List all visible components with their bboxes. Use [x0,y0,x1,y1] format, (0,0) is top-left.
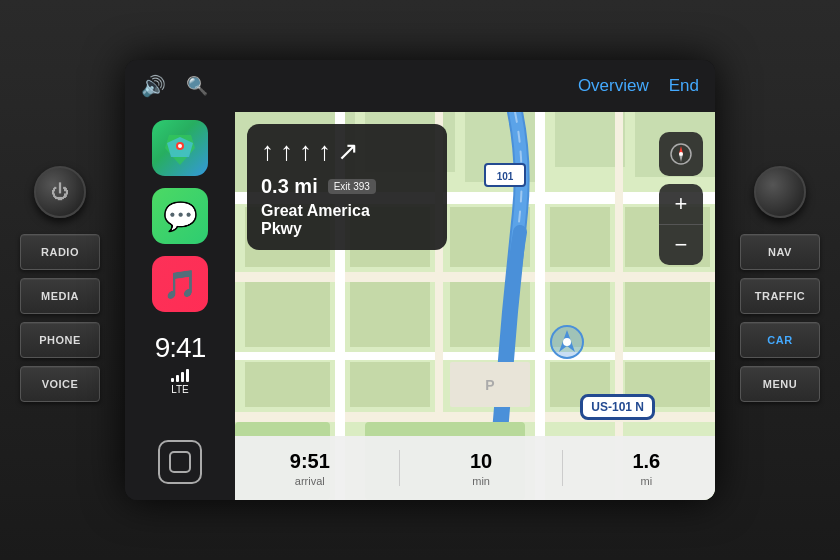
exit-badge: Exit 393 [328,179,376,194]
nav-card: ↑ ↑ ↑ ↑ ↗ 0.3 mi Exit 393 Great America … [247,124,447,250]
svg-rect-23 [350,282,430,347]
svg-rect-20 [245,282,330,347]
signal-bars [171,368,189,382]
time-display: 9:41 [155,332,206,364]
bar2 [176,375,179,382]
signal-indicator: LTE [171,368,189,395]
svg-point-40 [679,152,683,156]
maps-app-icon[interactable] [152,120,208,176]
minutes-value: 10 [470,450,492,473]
audio-icon[interactable]: 🔊 [141,74,166,98]
svg-rect-21 [245,362,330,407]
left-knob[interactable]: ⏻ [34,166,86,218]
traffic-button[interactable]: TRAFFIC [740,278,820,314]
arrow-2: ↑ [280,136,293,167]
left-panel: ⏻ RADIO MEDIA PHONE VOICE [10,80,110,480]
screen: 🔊 🔍 Overview End [125,60,715,500]
arrival-label: arrival [295,475,325,487]
miles-label: mi [640,475,652,487]
minutes-item: 10 min [470,450,492,487]
zoom-in-button[interactable]: + [659,184,703,224]
miles-value: 1.6 [632,450,660,473]
nav-position-arrow [549,324,585,360]
overview-button[interactable]: Overview [578,76,649,96]
arrow-4: ↑ [318,136,331,167]
minutes-label: min [472,475,490,487]
svg-rect-24 [350,362,430,407]
svg-rect-9 [555,112,625,167]
right-panel: NAV TRAFFIC CAR MENU [730,80,830,480]
arrow-5: ↗ [337,136,359,167]
media-button[interactable]: MEDIA [20,278,100,314]
miles-item: 1.6 mi [632,450,660,487]
arrow-1: ↑ [261,136,274,167]
turn-arrows: ↑ ↑ ↑ ↑ ↗ [261,136,433,167]
home-icon [169,451,191,473]
map-controls: + − [659,132,703,265]
home-button[interactable] [158,440,202,484]
power-icon: ⏻ [51,182,69,203]
svg-rect-13 [235,352,715,360]
street-name: Great America Pkwy [261,202,433,238]
top-bar-right: Overview End [578,76,699,96]
svg-rect-31 [625,282,710,347]
bar4 [186,369,189,382]
bar3 [181,372,184,382]
messages-app-icon[interactable]: 💬 [152,188,208,244]
music-app-icon[interactable]: 🎵 [152,256,208,312]
radio-button[interactable]: RADIO [20,234,100,270]
bottom-bar: 9:51 arrival 10 min 1.6 mi [235,436,715,500]
phone-button[interactable]: PHONE [20,322,100,358]
nav-button[interactable]: NAV [740,234,820,270]
top-bar: 🔊 🔍 Overview End [125,60,715,112]
svg-rect-27 [550,207,610,267]
svg-text:101: 101 [497,171,514,182]
highway-badge: US-101 N [580,394,655,420]
menu-button[interactable]: MENU [740,366,820,402]
distance-value: 0.3 mi [261,175,318,198]
arrival-item: 9:51 arrival [290,450,330,487]
car-button[interactable]: CAR [740,322,820,358]
end-button[interactable]: End [669,76,699,96]
zoom-out-button[interactable]: − [659,225,703,265]
divider-2 [562,450,563,486]
search-icon[interactable]: 🔍 [186,75,208,97]
bar1 [171,378,174,382]
arrow-3: ↑ [299,136,312,167]
lte-label: LTE [171,384,189,395]
sidebar: 💬 🎵 9:41 LTE [125,60,235,500]
svg-rect-12 [235,272,715,282]
map-area: 101 P ↑ ↑ ↑ ↑ ↗ [235,112,715,500]
svg-point-4 [178,144,182,148]
svg-point-43 [563,338,571,346]
arrival-value: 9:51 [290,450,330,473]
right-knob[interactable] [754,166,806,218]
compass-icon [669,142,693,166]
carplay-ui: 🔊 🔍 Overview End [125,60,715,500]
svg-text:P: P [485,377,494,393]
compass-button[interactable] [659,132,703,176]
top-bar-left: 🔊 🔍 [141,74,208,98]
distance-row: 0.3 mi Exit 393 [261,175,433,198]
car-unit: ⏻ RADIO MEDIA PHONE VOICE 🔊 🔍 Overview E… [0,0,840,560]
divider-1 [399,450,400,486]
zoom-group: + − [659,184,703,265]
voice-button[interactable]: VOICE [20,366,100,402]
